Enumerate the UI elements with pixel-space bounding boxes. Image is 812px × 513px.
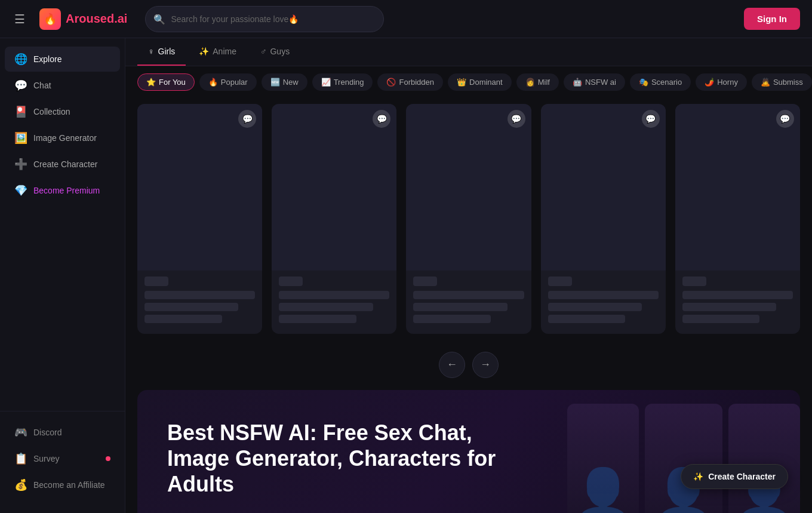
card-chat-button[interactable]: 💬 [238, 110, 256, 128]
filter-tag-label: For You [159, 78, 186, 87]
card-meta [548, 315, 626, 323]
card[interactable]: 💬 [675, 104, 800, 334]
tab-guys[interactable]: ♂ Guys [250, 38, 300, 66]
card-meta [682, 315, 760, 323]
for-you-icon: ⭐ [146, 78, 156, 87]
card-chat-button[interactable]: 💬 [776, 110, 794, 128]
filter-tag-popular[interactable]: 🔥 Popular [199, 73, 257, 91]
filter-tag-milf[interactable]: 👩 Milf [516, 73, 559, 91]
tab-anime[interactable]: ✨ Anime [188, 38, 247, 66]
horny-icon: 🌶️ [705, 78, 714, 87]
search-icon: 🔍 [153, 13, 165, 24]
card-name [279, 291, 389, 299]
sidebar-item-label: Create Character [33, 159, 97, 169]
sidebar-item-label: Explore [33, 54, 61, 64]
survey-icon: 📋 [14, 452, 27, 465]
filter-tag-submissive[interactable]: 🙇 Submiss [752, 73, 812, 91]
sidebar-item-discord[interactable]: 🎮 Discord [5, 420, 120, 445]
sidebar-item-survey[interactable]: 📋 Survey [5, 446, 120, 471]
card-content [541, 271, 666, 334]
card-content [675, 271, 800, 334]
card-image: 💬 [675, 104, 800, 271]
filter-tag-label: Submiss [773, 78, 803, 87]
explore-icon: 🌐 [14, 53, 27, 66]
popular-icon: 🔥 [208, 78, 218, 87]
card[interactable]: 💬 [272, 104, 396, 334]
nsfw-ai-icon: 🤖 [573, 78, 582, 87]
card[interactable]: 💬 [406, 104, 531, 334]
bottom-banner: Best NSFW AI: Free Sex Chat, Image Gener… [137, 390, 800, 513]
card-meta [279, 315, 356, 323]
card-badge [682, 277, 706, 286]
card[interactable]: 💬 [137, 104, 262, 334]
sidebar: 🌐 Explore💬 Chat🎴 Collection🖼️ Image Gene… [0, 38, 125, 513]
sidebar-item-become-affiliate[interactable]: 💰 Become an Affiliate [5, 472, 120, 497]
guys-icon: ♂ [260, 47, 267, 56]
sidebar-item-image-generator[interactable]: 🖼️ Image Generator [5, 125, 120, 150]
sidebar-item-label: Discord [33, 428, 61, 437]
notification-dot [106, 456, 110, 461]
filter-tags: ⭐ For You🔥 Popular🆕 New📈 Trending🚫 Forbi… [125, 66, 812, 98]
banner-char-1: 👤 [567, 404, 639, 513]
filter-tag-label: Dominant [469, 78, 503, 87]
become-premium-icon: 💎 [14, 184, 27, 197]
card-image: 💬 [272, 104, 396, 271]
card-name [682, 291, 793, 299]
sign-in-button[interactable]: Sign In [744, 8, 800, 30]
nav-arrows: ← → [125, 346, 812, 390]
dominant-icon: 👑 [457, 78, 466, 87]
card-chat-button[interactable]: 💬 [508, 110, 525, 128]
filter-tag-horny[interactable]: 🌶️ Horny [696, 73, 747, 91]
filter-tag-label: Trending [334, 78, 364, 87]
card-desc [413, 303, 507, 311]
card-meta [144, 315, 222, 323]
card-chat-button[interactable]: 💬 [642, 110, 660, 128]
banner-char-2: 👤 [645, 404, 722, 513]
prev-button[interactable]: ← [439, 352, 465, 378]
cards-section: 💬 💬 💬 [125, 98, 812, 346]
card[interactable]: 💬 [541, 104, 666, 334]
filter-tag-label: Forbidden [399, 78, 434, 87]
create-character-icon: ➕ [14, 158, 27, 171]
next-button[interactable]: → [472, 352, 499, 378]
filter-tag-new[interactable]: 🆕 New [262, 73, 307, 91]
filter-tag-label: Scenario [651, 78, 682, 87]
logo[interactable]: 🔥 Aroused.ai [39, 8, 127, 30]
scenario-icon: 🎭 [639, 78, 648, 87]
become-affiliate-icon: 💰 [14, 478, 27, 492]
card-image: 💬 [541, 104, 666, 271]
card-meta [413, 315, 491, 323]
card-content [137, 271, 262, 334]
filter-tag-scenario[interactable]: 🎭 Scenario [630, 73, 691, 91]
tab-girls[interactable]: ♀ Girls [137, 38, 186, 66]
sidebar-item-label: Image Generator [33, 133, 97, 143]
card-name [413, 291, 524, 299]
filter-tag-trending[interactable]: 📈 Trending [312, 73, 373, 91]
submissive-icon: 🙇 [761, 78, 770, 87]
sidebar-item-label: Chat [33, 81, 51, 90]
sidebar-item-chat[interactable]: 💬 Chat [5, 73, 120, 98]
filter-tag-for-you[interactable]: ⭐ For You [137, 73, 195, 91]
card-name [548, 291, 659, 299]
card-badge [144, 277, 168, 286]
floating-create-character-button[interactable]: ✨ Create Character [681, 464, 788, 489]
filter-tag-dominant[interactable]: 👑 Dominant [448, 73, 512, 91]
filter-tag-label: Popular [221, 78, 248, 87]
cards-grid: 💬 💬 💬 [137, 104, 800, 334]
milf-icon: 👩 [525, 78, 535, 87]
card-content [406, 271, 531, 334]
sidebar-bottom: 🎮 Discord 📋 Survey 💰 Become an Affiliate [0, 411, 125, 506]
logo-text: Aroused.ai [66, 12, 127, 26]
search-input[interactable] [145, 6, 384, 32]
card-desc [682, 303, 776, 311]
menu-button[interactable]: ☰ [12, 10, 27, 29]
sidebar-item-create-character[interactable]: ➕ Create Character [5, 152, 120, 177]
sidebar-item-become-premium[interactable]: 💎 Become Premium [5, 178, 120, 203]
banner-title: Best NSFW AI: Free Sex Chat, Image Gener… [167, 420, 502, 497]
sidebar-item-explore[interactable]: 🌐 Explore [5, 47, 120, 72]
card-desc [279, 303, 373, 311]
filter-tag-forbidden[interactable]: 🚫 Forbidden [377, 73, 443, 91]
sidebar-item-collection[interactable]: 🎴 Collection [5, 99, 120, 124]
anime-icon: ✨ [199, 47, 209, 56]
filter-tag-nsfw-ai[interactable]: 🤖 NSFW ai [564, 73, 625, 91]
